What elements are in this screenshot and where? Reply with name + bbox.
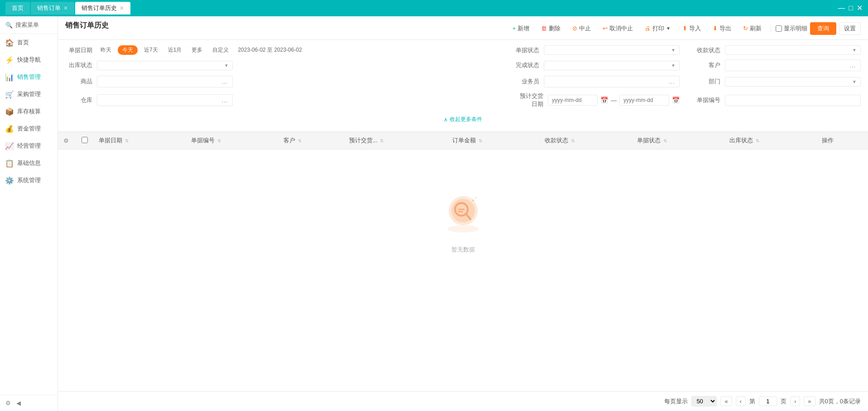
sidebar-item-sales-mgmt[interactable]: 📊 销售管理 [0,68,58,86]
dept-select[interactable]: ▼ [725,77,861,87]
filter-row-2: 出库状态 ▼ 完成状态 ▼ 客户 … [65,59,861,71]
last7-btn[interactable]: 近7天 [140,45,162,55]
sidebar-item-operations[interactable]: 📈 经营管理 [0,137,58,155]
delete-button[interactable]: 🗑 删除 [537,23,565,34]
expected-date-to[interactable] [619,95,669,106]
page-number-input[interactable] [759,396,777,406]
settings-button[interactable]: 设置 [839,22,861,35]
print-arrow-icon: ▼ [666,26,671,31]
date-filter-group: 昨天 今天 近7天 近1月 更多 自定义 2023-06-02 至 2023-0… [97,45,302,55]
sidebar-item-home[interactable]: 🏠 首页 [0,34,58,51]
svg-point-7 [472,199,474,201]
chevron-down-icon: ▼ [671,48,676,53]
quick-nav-icon: ⚡ [5,56,14,64]
inventory-icon: 📦 [5,107,14,116]
table-area: ⚙ 单据日期 ⇅ 单据编号 ⇅ [58,132,868,391]
select-all-checkbox[interactable] [82,137,88,143]
show-detail-checkbox[interactable] [776,25,782,32]
sidebar-item-sys-mgmt[interactable]: ⚙️ 系统管理 [0,172,58,189]
order-no-input[interactable] [725,95,861,106]
sidebar-item-inventory[interactable]: 📦 库存核算 [0,103,58,120]
sort-date-icon[interactable]: ⇅ [125,138,129,143]
tab-home[interactable]: 首页 [5,2,30,15]
tab-sales-order-history[interactable]: 销售订单历史 ✕ [75,2,130,15]
sidebar-item-purchase-mgmt[interactable]: 🛒 采购管理 [0,86,58,103]
query-button[interactable]: 查询 [810,22,836,35]
toolbar: + 新增 🗑 删除 ⊘ 中止 ↩ 取消中止 [508,22,861,35]
pagination-bar: 每页显示 50 10 20 100 « ‹ 第 页 › » 共0页，0条记录 [58,391,868,411]
chevron-down-out-icon: ▼ [224,63,229,68]
last1m-btn[interactable]: 近1月 [164,45,186,55]
maximize-button[interactable]: □ [849,5,853,12]
customer-select[interactable]: … [725,59,861,71]
salesperson-select[interactable]: … [544,76,680,87]
first-page-btn[interactable]: « [720,396,732,406]
dots-icon: … [849,62,857,69]
filter-row-3: 商品 … 业务员 … 部门 ▼ [65,76,861,87]
page-title: 销售订单历史 [65,21,109,30]
empty-illustration [436,186,490,240]
settings-footer-icon[interactable]: ⚙ [5,400,11,406]
collapse-filter-btn[interactable]: ∧ 收起更多条件 [65,113,861,126]
col-amount: 订单金额 ⇅ [447,132,539,150]
col-customer: 客户 ⇅ [278,132,344,150]
today-btn[interactable]: 今天 [118,45,138,55]
close-sales-order-history-tab[interactable]: ✕ [120,5,124,11]
tab-sales-order[interactable]: 销售订单 ✕ [31,2,74,15]
sidebar-item-basic-info[interactable]: 📋 基础信息 [0,155,58,172]
goods-select[interactable]: … [97,76,233,87]
sort-amount-icon[interactable]: ⇅ [479,138,482,143]
sort-out-icon[interactable]: ⇅ [756,138,759,143]
finance-icon: 💰 [5,125,14,133]
warehouse-dots-icon: … [221,97,229,104]
calendar-from-icon[interactable]: 📅 [600,97,608,104]
page-header: 销售订单历史 + 新增 🗑 删除 ⊘ 中止 ↩ [58,16,868,40]
settings-col-icon[interactable]: ⚙ [63,137,69,144]
cancel-stop-button[interactable]: ↩ 取消中止 [598,23,638,34]
new-button[interactable]: + 新增 [508,23,534,34]
show-detail-toggle[interactable]: 显示明细 [776,24,807,33]
import-button[interactable]: ⬆ 导入 [678,23,705,34]
page-size-label: 每页显示 [664,397,688,406]
close-sales-order-tab[interactable]: ✕ [63,5,68,11]
next-page-btn[interactable]: › [790,396,800,406]
export-button[interactable]: ⬇ 导出 [708,23,736,34]
expected-date-input: 📅 — 📅 [548,95,680,106]
refresh-icon: ↻ [743,25,748,32]
filter-area: 单据日期 昨天 今天 近7天 近1月 更多 自定义 2023-06-02 至 2… [58,40,868,132]
minimize-button[interactable]: — [838,5,845,12]
complete-status-select[interactable]: ▼ [544,61,680,70]
sidebar-item-finance[interactable]: 💰 资金管理 [0,120,58,137]
goods-dots-icon: … [221,78,229,85]
collapse-sidebar-icon[interactable]: ◀ [16,400,21,406]
prev-page-btn[interactable]: ‹ [736,396,746,406]
calendar-to-icon[interactable]: 📅 [672,97,680,104]
status-select[interactable]: ▼ [544,45,680,55]
warehouse-select[interactable]: … [97,94,233,106]
yesterday-btn[interactable]: 昨天 [97,45,115,55]
sort-no-icon[interactable]: ⇅ [217,138,221,143]
custom-btn[interactable]: 自定义 [209,45,232,55]
sort-pay-icon[interactable]: ⇅ [571,138,575,143]
refresh-button[interactable]: ↻ 刷新 [739,23,766,34]
date-range-display: 2023-06-02 至 2023-06-02 [238,46,302,54]
sidebar: 🔍 搜索菜单 🏠 首页 ⚡ 快捷导航 📊 销售管理 🛒 采购管理 📦 库存核算 … [0,16,58,411]
cancel-stop-icon: ↩ [603,25,608,32]
expected-date-from[interactable] [548,95,598,106]
more-btn[interactable]: 更多 [188,45,206,55]
sort-doc-icon[interactable]: ⇅ [663,138,667,143]
sidebar-search[interactable]: 🔍 搜索菜单 [0,16,58,34]
last-page-btn[interactable]: » [804,396,815,406]
print-button[interactable]: 🖨 打印 ▼ [640,23,675,34]
sort-customer-icon[interactable]: ⇅ [298,138,302,143]
page-label: 第 [749,397,755,406]
close-window-button[interactable]: ✕ [857,5,863,12]
sidebar-item-quick-nav[interactable]: ⚡ 快捷导航 [0,51,58,68]
sort-expected-icon[interactable]: ⇅ [380,138,384,143]
out-status-select[interactable]: ▼ [97,61,233,70]
page-size-select[interactable]: 50 10 20 100 [691,396,717,406]
stop-button[interactable]: ⊘ 中止 [568,23,595,34]
content-area: 销售订单历史 + 新增 🗑 删除 ⊘ 中止 ↩ [58,16,868,411]
pay-status-select[interactable]: ▼ [725,45,861,55]
operations-icon: 📈 [5,142,14,150]
